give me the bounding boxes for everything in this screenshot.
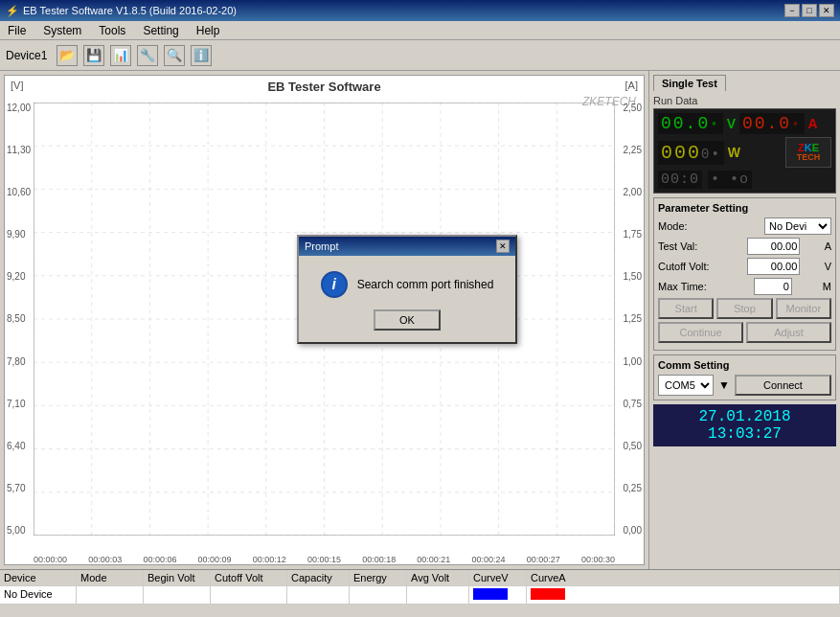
close-button[interactable]: ✕ — [819, 4, 834, 17]
menu-bar: File System Tools Setting Help — [0, 21, 840, 40]
start-button[interactable]: Start — [658, 298, 714, 319]
menu-help[interactable]: Help — [193, 23, 224, 38]
info-button[interactable]: ℹ️ — [191, 45, 212, 66]
col-header-begin: Begin Volt — [144, 570, 211, 586]
param-row-maxtime: Max Time: M — [658, 278, 831, 295]
mode-select[interactable]: No Devi — [764, 217, 831, 235]
x-axis: 00:00:00 00:00:03 00:00:06 00:00:09 00:0… — [34, 555, 615, 564]
connect-button[interactable]: Connect — [735, 375, 831, 396]
cell-begin — [144, 586, 211, 605]
watt-unit: W — [728, 145, 740, 160]
cell-device: No Device — [0, 586, 77, 605]
ok-button[interactable]: OK — [374, 309, 441, 331]
mode-label: Mode: — [658, 220, 725, 232]
zke-logo: ZKE TECH — [785, 137, 831, 168]
dropdown-arrow-icon: ▼ — [718, 378, 730, 392]
y-tick-right-6: 1,00 — [624, 356, 642, 367]
x-tick-8: 00:00:24 — [472, 555, 506, 564]
x-tick-10: 00:00:30 — [581, 555, 615, 564]
param-section: Parameter Setting Mode: No Devi Test Val… — [653, 197, 836, 351]
device-label: Device1 — [6, 49, 47, 62]
y-tick-left-9: 5,70 — [7, 483, 31, 493]
right-panel: Single Test Run Data 00.0• V 00.0• A 000… — [648, 71, 840, 569]
y-tick-left-7: 7,10 — [7, 399, 31, 409]
bottom-table-area: Device Mode Begin Volt Cutoff Volt Capac… — [0, 569, 840, 605]
y-tick-left-2: 10,60 — [7, 187, 31, 197]
maxtime-unit: M — [823, 281, 831, 292]
menu-setting[interactable]: Setting — [139, 23, 182, 38]
run-data-row-3: 00:0 • •o — [658, 171, 831, 189]
y-tick-left-5: 8,50 — [7, 313, 31, 324]
run-data-row-2: 0000• W ZKE TECH — [658, 137, 831, 168]
save-button[interactable]: 💾 — [83, 45, 104, 66]
testval-unit: A — [825, 240, 831, 252]
y-tick-left-6: 7,80 — [7, 356, 31, 367]
run-data-label: Run Data — [653, 95, 836, 106]
continue-button[interactable]: Continue — [658, 322, 743, 343]
menu-system[interactable]: System — [39, 23, 85, 38]
cutoffvolt-unit: V — [825, 261, 831, 272]
cell-mode — [77, 586, 144, 605]
open-button[interactable]: 📂 — [57, 45, 78, 66]
stop-button[interactable]: Stop — [716, 298, 772, 319]
x-tick-7: 00:00:21 — [417, 555, 450, 564]
title-bar: ⚡ EB Tester Software V1.8.5 (Build 2016-… — [0, 0, 840, 21]
y-axis-left: 12,00 11,30 10,60 9,90 9,20 8,50 7,80 7,… — [7, 103, 31, 536]
monitor-button[interactable]: Monitor — [776, 298, 831, 319]
dialog-close-button[interactable]: ✕ — [496, 240, 510, 253]
x-tick-5: 00:00:15 — [307, 555, 341, 564]
dialog-message-row: i Search comm port finished — [321, 271, 494, 298]
run-data-row-1: 00.0• V 00.0• A — [658, 113, 831, 134]
tab-single-test[interactable]: Single Test — [653, 75, 726, 91]
cutoffvolt-label: Cutoff Volt: — [658, 261, 725, 272]
menu-file[interactable]: File — [4, 23, 30, 38]
comm-row: COM5 ▼ Connect — [658, 375, 831, 396]
dialog-title-bar: Prompt ✕ — [299, 237, 515, 256]
x-tick-9: 00:00:27 — [527, 555, 560, 564]
zke-bottom: TECH — [797, 153, 821, 163]
cell-cutoff — [211, 586, 287, 605]
x-tick-1: 00:00:03 — [88, 555, 122, 564]
y-tick-left-0: 12,00 — [7, 103, 31, 113]
x-tick-3: 00:00:09 — [198, 555, 232, 564]
app-icon: ⚡ — [6, 5, 19, 17]
settings-button[interactable]: 🔧 — [137, 45, 158, 66]
cutoffvolt-input[interactable] — [747, 258, 800, 275]
search-button[interactable]: 🔍 — [164, 45, 185, 66]
x-tick-6: 00:00:18 — [362, 555, 396, 564]
y-tick-left-8: 6,40 — [7, 441, 31, 451]
comm-title: Comm Setting — [658, 359, 831, 371]
curvea-bar — [531, 588, 565, 600]
title-bar-left: ⚡ EB Tester Software V1.8.5 (Build 2016-… — [6, 5, 237, 17]
y-tick-right-4: 1,50 — [624, 271, 642, 282]
table-row: No Device — [0, 586, 840, 605]
y-tick-right-3: 1,75 — [624, 229, 642, 240]
dialog-message: Search comm port finished — [357, 278, 494, 291]
chart-button[interactable]: 📊 — [110, 45, 131, 66]
x-tick-0: 00:00:00 — [34, 555, 67, 564]
minimize-button[interactable]: − — [784, 4, 800, 17]
current-display: 00.0• — [739, 113, 805, 134]
y-tick-right-0: 2,50 — [624, 103, 642, 113]
y-tick-right-5: 1,25 — [624, 313, 642, 324]
small-display2: • •o — [708, 171, 752, 189]
maxtime-input[interactable] — [754, 278, 792, 295]
btn-row-2: Continue Adjust — [658, 322, 831, 343]
cell-curvev — [469, 586, 527, 605]
y-tick-right-8: 0,50 — [624, 441, 642, 451]
y-tick-right-2: 2,00 — [624, 187, 642, 197]
maximize-button[interactable]: □ — [802, 4, 817, 17]
col-header-mode: Mode — [77, 570, 144, 586]
adjust-button[interactable]: Adjust — [746, 322, 831, 343]
toolbar: Device1 📂 💾 📊 🔧 🔍 ℹ️ — [0, 40, 840, 71]
cell-capacity — [287, 586, 350, 605]
small-display: 00:0 — [658, 171, 702, 189]
y-tick-left-3: 9,90 — [7, 229, 31, 240]
menu-tools[interactable]: Tools — [95, 23, 129, 38]
comm-section: Comm Setting COM5 ▼ Connect — [653, 354, 836, 400]
testval-input[interactable] — [747, 238, 800, 255]
cell-energy — [350, 586, 407, 605]
col-header-curvev: CurveV — [469, 570, 527, 586]
comm-port-select[interactable]: COM5 — [658, 375, 714, 396]
chart-title: EB Tester Software — [267, 80, 380, 94]
